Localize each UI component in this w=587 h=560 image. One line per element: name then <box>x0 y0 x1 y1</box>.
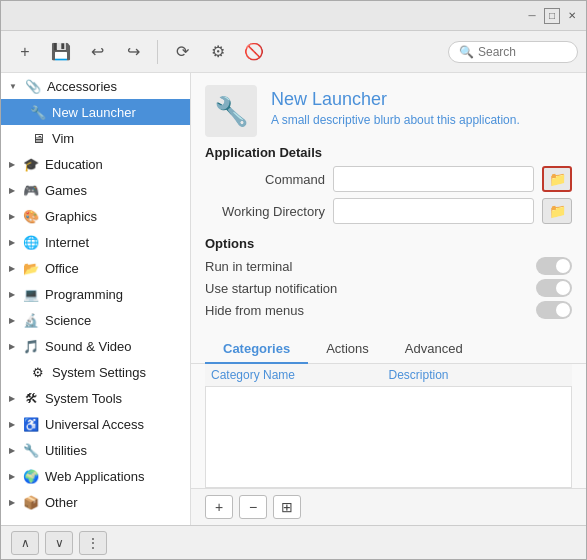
chevron-right-icon: ▶ <box>9 316 15 325</box>
startup-notification-toggle[interactable] <box>536 279 572 297</box>
search-input[interactable] <box>478 45 568 59</box>
prefs-button[interactable]: ⚙ <box>202 36 234 68</box>
science-icon: 🔬 <box>22 311 40 329</box>
main-area: ▼ 📎 Accessories 🔧 New Launcher 🖥 Vim ▶ 🎓… <box>1 73 586 525</box>
minimize-button[interactable]: ─ <box>524 8 540 24</box>
working-dir-input[interactable] <box>333 198 534 224</box>
app-title-box: New Launcher A small descriptive blurb a… <box>271 85 520 127</box>
internet-icon: 🌐 <box>22 233 40 251</box>
web-apps-icon: 🌍 <box>22 467 40 485</box>
titlebar: ─ □ ✕ <box>1 1 586 31</box>
nav-up-button[interactable]: ∧ <box>11 531 39 555</box>
sidebar-item-universal-access[interactable]: ▶ ♿ Universal Access <box>1 411 190 437</box>
sidebar-item-label: Universal Access <box>45 417 144 432</box>
sidebar-item-label: Games <box>45 183 87 198</box>
tab-actions[interactable]: Actions <box>308 335 387 364</box>
app-name: New Launcher <box>271 89 520 110</box>
chevron-right-icon: ▶ <box>9 238 15 247</box>
working-dir-label: Working Directory <box>205 204 325 219</box>
office-icon: 📂 <box>22 259 40 277</box>
accessories-icon: 📎 <box>24 77 42 95</box>
sidebar-item-web-applications[interactable]: ▶ 🌍 Web Applications <box>1 463 190 489</box>
sidebar-item-new-launcher[interactable]: 🔧 New Launcher <box>1 99 190 125</box>
table-body <box>205 387 572 488</box>
sidebar-item-other[interactable]: ▶ 📦 Other <box>1 489 190 515</box>
tab-categories[interactable]: Categories <box>205 335 308 364</box>
folder-gray-icon: 📁 <box>549 203 566 219</box>
app-description: A small descriptive blurb about this app… <box>271 113 520 127</box>
tab-advanced[interactable]: Advanced <box>387 335 481 364</box>
options-title: Options <box>205 236 572 251</box>
column-description: Description <box>389 368 567 382</box>
chevron-right-icon: ▶ <box>9 186 15 195</box>
sidebar-item-games[interactable]: ▶ 🎮 Games <box>1 177 190 203</box>
application-details-section: Application Details Command 📁 Working Di… <box>191 145 586 230</box>
hide-from-menus-label: Hide from menus <box>205 303 304 318</box>
add-category-button[interactable]: + <box>205 495 233 519</box>
vim-icon: 🖥 <box>29 129 47 147</box>
redo-button[interactable]: ↪ <box>117 36 149 68</box>
sidebar-item-label: Science <box>45 313 91 328</box>
startup-notification-label: Use startup notification <box>205 281 337 296</box>
command-label: Command <box>205 172 325 187</box>
sidebar-item-label: Other <box>45 495 78 510</box>
system-settings-icon: ⚙ <box>29 363 47 381</box>
sidebar-item-system-settings[interactable]: ⚙ System Settings <box>1 359 190 385</box>
sidebar-item-system-tools[interactable]: ▶ 🛠 System Tools <box>1 385 190 411</box>
delete-button[interactable]: 🚫 <box>238 36 270 68</box>
add-button[interactable]: + <box>9 36 41 68</box>
edit-category-button[interactable]: ⊞ <box>273 495 301 519</box>
sidebar-item-internet[interactable]: ▶ 🌐 Internet <box>1 229 190 255</box>
chevron-down-icon: ▼ <box>9 82 17 91</box>
sidebar-item-sound-video[interactable]: ▶ 🎵 Sound & Video <box>1 333 190 359</box>
universal-access-icon: ♿ <box>22 415 40 433</box>
programming-icon: 💻 <box>22 285 40 303</box>
nav-menu-button[interactable]: ⋮ <box>79 531 107 555</box>
bottom-bar: + − ⊞ <box>191 488 586 525</box>
sidebar-item-label: Vim <box>52 131 74 146</box>
refresh-button[interactable]: ⟳ <box>166 36 198 68</box>
sidebar: ▼ 📎 Accessories 🔧 New Launcher 🖥 Vim ▶ 🎓… <box>1 73 191 525</box>
working-dir-browse-button[interactable]: 📁 <box>542 198 572 224</box>
chevron-right-icon: ▶ <box>9 212 15 221</box>
command-input[interactable] <box>333 166 534 192</box>
sidebar-item-science[interactable]: ▶ 🔬 Science <box>1 307 190 333</box>
sidebar-item-label: Office <box>45 261 79 276</box>
categories-area: Category Name Description <box>205 364 572 488</box>
hide-from-menus-toggle[interactable] <box>536 301 572 319</box>
maximize-button[interactable]: □ <box>544 8 560 24</box>
sidebar-item-graphics[interactable]: ▶ 🎨 Graphics <box>1 203 190 229</box>
tabs-bar: Categories Actions Advanced <box>191 335 586 364</box>
command-browse-button[interactable]: 📁 <box>542 166 572 192</box>
sidebar-item-label: Education <box>45 157 103 172</box>
save-button[interactable]: 💾 <box>45 36 77 68</box>
undo-button[interactable]: ↩ <box>81 36 113 68</box>
app-icon: 🔧 <box>205 85 257 137</box>
sidebar-item-vim[interactable]: 🖥 Vim <box>1 125 190 151</box>
content-area: 🔧 New Launcher A small descriptive blurb… <box>191 73 586 525</box>
options-section: Options Run in terminal Use startup noti… <box>191 230 586 329</box>
folder-icon: 📁 <box>549 171 566 187</box>
sidebar-item-accessories[interactable]: ▼ 📎 Accessories <box>1 73 190 99</box>
footer-nav: ∧ ∨ ⋮ <box>1 525 586 559</box>
main-window: ─ □ ✕ + 💾 ↩ ↪ ⟳ ⚙ 🚫 🔍 ▼ 📎 Accessories 🔧 <box>0 0 587 560</box>
app-icon-image: 🔧 <box>214 95 249 128</box>
sidebar-item-office[interactable]: ▶ 📂 Office <box>1 255 190 281</box>
chevron-right-icon: ▶ <box>9 394 15 403</box>
sidebar-item-label: Graphics <box>45 209 97 224</box>
sidebar-item-label: Internet <box>45 235 89 250</box>
sidebar-item-programming[interactable]: ▶ 💻 Programming <box>1 281 190 307</box>
working-dir-row: Working Directory 📁 <box>205 198 572 224</box>
nav-down-button[interactable]: ∨ <box>45 531 73 555</box>
remove-category-button[interactable]: − <box>239 495 267 519</box>
toolbar-separator <box>157 40 158 64</box>
sound-video-icon: 🎵 <box>22 337 40 355</box>
chevron-right-icon: ▶ <box>9 342 15 351</box>
close-button[interactable]: ✕ <box>564 8 580 24</box>
sidebar-item-label: New Launcher <box>52 105 136 120</box>
sidebar-item-education[interactable]: ▶ 🎓 Education <box>1 151 190 177</box>
startup-notification-row: Use startup notification <box>205 279 572 297</box>
graphics-icon: 🎨 <box>22 207 40 225</box>
sidebar-item-utilities[interactable]: ▶ 🔧 Utilities <box>1 437 190 463</box>
run-in-terminal-toggle[interactable] <box>536 257 572 275</box>
